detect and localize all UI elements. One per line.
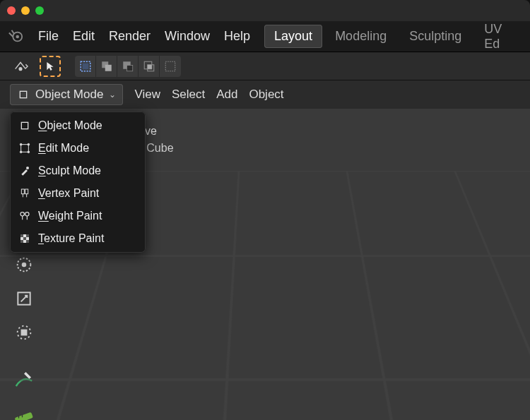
select-invert-icon[interactable] — [160, 56, 181, 77]
svg-rect-6 — [82, 63, 88, 69]
svg-rect-25 — [21, 145, 29, 152]
mode-menu-label: Weight Paint — [38, 210, 102, 222]
menu-file[interactable]: File — [38, 29, 59, 44]
svg-point-17 — [23, 263, 26, 267]
texture-paint-icon — [18, 232, 31, 245]
workspace-tabs: Layout Modeling Sculpting UV Ed — [264, 21, 530, 52]
workspace-tab-sculpting[interactable]: Sculpting — [399, 25, 471, 48]
svg-rect-8 — [105, 64, 111, 71]
modebar-object[interactable]: Object — [249, 88, 283, 102]
mode-menu-vertex-paint[interactable]: Vertex Paint — [10, 182, 146, 205]
svg-point-27 — [28, 143, 30, 145]
mode-selector-label: Object Mode — [35, 88, 103, 102]
svg-rect-14 — [165, 61, 175, 71]
tool-cursor-icon[interactable] — [9, 250, 39, 280]
weight-paint-icon — [18, 210, 31, 222]
mode-bar: Object Mode ⌄ View Select Add Object — [0, 80, 530, 109]
svg-rect-41 — [26, 234, 29, 237]
select-intersect-icon[interactable] — [139, 56, 160, 77]
tool-annotate-icon[interactable] — [9, 364, 39, 394]
edit-mode-icon — [18, 142, 31, 155]
workspace-tab-uv[interactable]: UV Ed — [474, 18, 530, 56]
pivot-dropdown[interactable] — [10, 56, 31, 77]
modebar-view[interactable]: View — [134, 88, 160, 102]
svg-point-26 — [20, 143, 22, 145]
svg-point-35 — [20, 212, 24, 216]
workspace-tab-layout[interactable]: Layout — [264, 25, 322, 48]
tool-measure-icon[interactable] — [9, 398, 39, 420]
select-extend-icon[interactable] — [96, 56, 117, 77]
mode-menu-label: Edit Mode — [38, 142, 89, 155]
sculpt-mode-icon — [18, 164, 31, 177]
main-menubar: File Edit Render Window Help Layout Mode… — [0, 21, 530, 52]
mode-menu-label: Sculpt Mode — [38, 164, 101, 177]
mode-menu-weight-paint[interactable]: Weight Paint — [10, 205, 146, 227]
modebar-add[interactable]: Add — [216, 88, 237, 102]
svg-rect-42 — [23, 237, 26, 240]
tool-scale-icon[interactable] — [9, 284, 39, 313]
workspace-tab-modeling[interactable]: Modeling — [325, 25, 396, 48]
svg-point-1 — [16, 35, 19, 38]
mode-menu-edit[interactable]: Edit Mode — [10, 137, 146, 160]
select-tool-button[interactable] — [40, 56, 61, 77]
vertex-paint-icon — [18, 187, 31, 200]
svg-rect-31 — [21, 189, 24, 194]
window-titlebar — [0, 0, 530, 21]
mode-menu-texture-paint[interactable]: Texture Paint — [10, 227, 146, 250]
menu-edit[interactable]: Edit — [73, 29, 95, 44]
svg-rect-13 — [147, 64, 151, 68]
mode-menu-label: Texture Paint — [38, 232, 104, 245]
minimize-window-button[interactable] — [21, 6, 30, 15]
tool-shelf — [7, 250, 41, 420]
maximize-window-button[interactable] — [35, 6, 44, 15]
mode-menu-label: Vertex Paint — [38, 187, 99, 200]
mode-menu-sculpt[interactable]: Sculpt Mode — [10, 160, 146, 182]
mode-menu-object[interactable]: Object Mode — [10, 114, 146, 137]
svg-rect-32 — [25, 189, 28, 194]
svg-line-3 — [11, 30, 14, 34]
svg-rect-44 — [26, 240, 29, 243]
svg-point-36 — [25, 212, 29, 216]
svg-point-30 — [26, 167, 29, 169]
svg-line-2 — [9, 32, 13, 37]
svg-rect-20 — [22, 330, 27, 335]
svg-rect-24 — [21, 122, 28, 128]
object-mode-icon — [18, 119, 31, 132]
tool-transform-icon[interactable] — [9, 318, 39, 347]
header-toolbar — [0, 52, 530, 80]
svg-rect-43 — [20, 240, 23, 243]
modebar-select[interactable]: Select — [172, 88, 205, 102]
mode-selector-dropdown[interactable]: Object Mode ⌄ — [10, 84, 123, 105]
chevron-down-icon: ⌄ — [109, 90, 116, 100]
object-mode-icon — [17, 88, 30, 101]
mode-menu-label: Object Mode — [38, 119, 102, 132]
svg-point-29 — [28, 151, 30, 153]
menu-window[interactable]: Window — [165, 29, 210, 44]
select-subtract-icon[interactable] — [117, 56, 139, 77]
close-window-button[interactable] — [7, 6, 16, 15]
svg-rect-15 — [20, 91, 26, 97]
selection-mode-group — [75, 56, 181, 77]
select-box-icon[interactable] — [75, 56, 96, 77]
svg-point-28 — [20, 151, 22, 153]
svg-rect-10 — [126, 65, 132, 71]
menu-render[interactable]: Render — [109, 29, 151, 44]
svg-point-4 — [19, 67, 22, 70]
app-logo-icon[interactable] — [7, 28, 24, 45]
menu-help[interactable]: Help — [224, 29, 250, 44]
svg-rect-40 — [20, 234, 23, 237]
mode-dropdown-menu: Object Mode Edit Mode Sculpt Mode Vertex… — [10, 112, 146, 253]
svg-rect-21 — [15, 412, 33, 420]
